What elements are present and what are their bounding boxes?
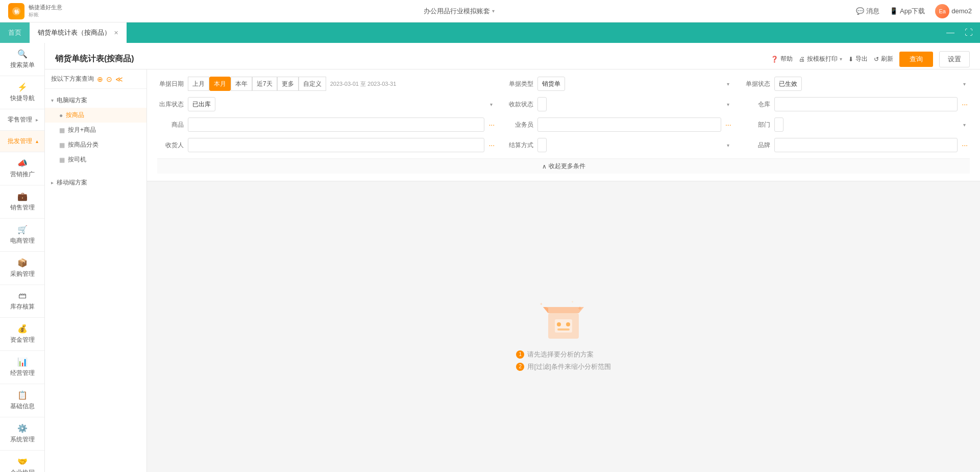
scheme-item-goods-category[interactable]: ▦ 按商品分类 — [45, 137, 146, 152]
sidebar-item-purchase[interactable]: 📦 采购管理 — [0, 252, 44, 285]
svg-text:✦: ✦ — [577, 305, 582, 312]
date-btn-custom[interactable]: 自定义 — [299, 77, 326, 91]
receiver-dots-icon[interactable]: ··· — [486, 141, 497, 149]
dept-select[interactable] — [774, 117, 783, 132]
scheme-add-icon[interactable]: ⊕ — [97, 75, 103, 83]
content-panel: 销货单统计表(按商品) ❓ 帮助 🖨 按模板打印 ▾ ⬇ 导出 ↺ 刷新 — [45, 43, 980, 472]
brand-input[interactable] — [774, 138, 958, 152]
user-nav[interactable]: Ea demo2 — [935, 4, 972, 18]
marketing-icon: 📣 — [17, 158, 28, 168]
filter-salesman: 业务员 ··· — [507, 117, 733, 132]
date-btn-lastmonth[interactable]: 上月 — [188, 77, 209, 91]
date-btn-more[interactable]: 更多 — [277, 77, 299, 91]
scheme-section-desktop: ▾ 电脑端方案 ● 按商品 ▦ 按月+商品 ▦ 按商品分类 — [45, 89, 146, 171]
goods-input[interactable] — [188, 117, 484, 132]
warehouse-label: 仓库 — [744, 100, 774, 109]
filter-doctype: 单据类型 销货单 — [507, 77, 733, 91]
scheme-desktop-header[interactable]: ▾ 电脑端方案 — [45, 93, 146, 108]
print-icon: 🖨 — [799, 56, 805, 63]
payment-select[interactable] — [537, 97, 547, 111]
scheme-section-mobile: ▸ 移动端方案 — [45, 171, 146, 194]
operation-icon: 📊 — [17, 357, 28, 367]
receiver-label: 收货人 — [157, 141, 188, 150]
goods-item-icon: ● — [59, 112, 63, 119]
setting-button[interactable]: 设置 — [939, 51, 970, 67]
scheme-header: 按以下方案查询 ⊕ ⊙ ≪ — [45, 69, 146, 89]
refresh-button[interactable]: ↺ 刷新 — [874, 55, 893, 63]
svg-rect-8 — [557, 328, 570, 331]
date-btn-7days[interactable]: 近7天 — [252, 77, 277, 91]
company-dropdown-icon[interactable]: ▾ — [492, 8, 495, 14]
print-button[interactable]: 🖨 按模板打印 ▾ — [799, 55, 842, 63]
message-icon: 💬 — [856, 7, 864, 15]
sidebar-item-system[interactable]: ⚙️ 系统管理 — [0, 417, 44, 451]
sidebar-item-ecommerce[interactable]: 🛒 电商管理 — [0, 219, 44, 252]
date-group: 上月 本月 本年 近7天 更多 自定义 2023-03-01 至 2023-03… — [188, 77, 497, 91]
header-center[interactable]: 办公用品行业模拟账套 ▾ — [424, 7, 495, 16]
date-range-display: 2023-03-01 至 2023-03-31 — [330, 80, 397, 88]
scheme-item-goods[interactable]: ● 按商品 — [45, 108, 146, 123]
salesman-input[interactable] — [537, 117, 721, 132]
avatar: Ea — [935, 4, 949, 18]
tab-minimize-button[interactable]: — — [943, 26, 958, 40]
scheme-collapse-icon[interactable]: ≪ — [115, 75, 123, 83]
sidebar: 🔍 搜索菜单 ⚡ 快捷导航 零售管理 ▸ 批发管理 ▴ 📣 营销推广 💼 销售管… — [0, 43, 45, 472]
message-nav[interactable]: 💬 消息 — [856, 7, 879, 16]
doctype-select[interactable]: 销货单 — [537, 77, 565, 91]
main-layout: 🔍 搜索菜单 ⚡ 快捷导航 零售管理 ▸ 批发管理 ▴ 📣 营销推广 💼 销售管… — [0, 43, 980, 472]
date-btn-thisyear[interactable]: 本年 — [231, 77, 252, 91]
settlement-select[interactable] — [537, 138, 547, 152]
warehouse-dots-icon[interactable]: ··· — [960, 100, 970, 108]
search-icon: 🔍 — [17, 49, 28, 59]
sidebar-item-enterprise[interactable]: 🤝 企业协同 — [0, 451, 44, 472]
brand-dots-icon[interactable]: ··· — [960, 141, 970, 149]
company-selector[interactable]: 办公用品行业模拟账套 — [424, 7, 490, 16]
filter-content-area: 单据日期 上月 本月 本年 近7天 更多 自定义 2023-03-01 至 20… — [147, 69, 980, 472]
sidebar-item-finance[interactable]: 💰 资金管理 — [0, 318, 44, 351]
help-button[interactable]: ❓ 帮助 — [771, 55, 793, 63]
goods-label: 商品 — [157, 121, 188, 129]
scheme-header-label: 按以下方案查询 — [51, 75, 94, 83]
docstatus-select[interactable]: 已生效 — [774, 77, 802, 91]
tab-maximize-button[interactable]: ⛶ — [962, 26, 976, 40]
export-button[interactable]: ⬇ 导出 — [848, 55, 868, 63]
sidebar-item-marketing[interactable]: 📣 营销推广 — [0, 152, 44, 185]
scheme-edit-icon[interactable]: ⊙ — [106, 75, 112, 83]
sidebar-item-sales[interactable]: 💼 销售管理 — [0, 185, 44, 219]
scheme-item-driver[interactable]: ▦ 按司机 — [45, 152, 146, 167]
brand-label: 品牌 — [744, 141, 774, 150]
tab-home[interactable]: 首页 — [0, 22, 30, 43]
scheme-mobile-header[interactable]: ▸ 移动端方案 — [45, 175, 146, 190]
sidebar-item-search[interactable]: 🔍 搜索菜单 — [0, 43, 44, 76]
date-btn-thismonth[interactable]: 本月 — [209, 77, 231, 91]
empty-tips: 1 请先选择要分析的方案 2 用[过滤]条件来缩小分析范围 — [516, 350, 610, 371]
sidebar-item-retail[interactable]: 零售管理 ▸ — [0, 109, 44, 131]
receiver-input[interactable] — [188, 138, 484, 152]
warehouse-input[interactable] — [774, 97, 958, 111]
filter-payment: 收款状态 — [507, 97, 733, 111]
filter-date: 单据日期 上月 本月 本年 近7天 更多 自定义 2023-03-01 至 20… — [157, 77, 497, 91]
goods-category-icon: ▦ — [59, 141, 65, 149]
app-download-nav[interactable]: 📱 App下载 — [890, 7, 925, 16]
sidebar-item-quicknav[interactable]: ⚡ 快捷导航 — [0, 76, 44, 109]
tab-close-icon[interactable]: ✕ — [114, 30, 118, 36]
filter-brand: 品牌 ··· — [744, 138, 970, 152]
scheme-item-month-goods[interactable]: ▦ 按月+商品 — [45, 123, 146, 137]
salesman-dots-icon[interactable]: ··· — [723, 121, 733, 129]
query-button[interactable]: 查询 — [899, 52, 933, 67]
sidebar-item-inventory[interactable]: 🗃 库存核算 — [0, 285, 44, 318]
outstatus-select[interactable]: 已出库 — [188, 97, 215, 111]
svg-marker-4 — [543, 307, 548, 313]
sidebar-item-wholesale[interactable]: 批发管理 ▴ — [0, 131, 44, 152]
filter-outstatus: 出库状态 已出库 — [157, 97, 497, 111]
print-dropdown-icon: ▾ — [840, 56, 842, 62]
filter-area: 单据日期 上月 本月 本年 近7天 更多 自定义 2023-03-01 至 20… — [147, 69, 980, 181]
goods-dots-icon[interactable]: ··· — [486, 121, 497, 129]
collapse-row: ∧ 收起更多条件 — [157, 158, 970, 174]
sidebar-item-basic[interactable]: 📋 基础信息 — [0, 384, 44, 417]
tip-num-2: 2 — [516, 363, 524, 371]
sidebar-item-operation[interactable]: 📊 经营管理 — [0, 351, 44, 384]
doctype-select-wrapper: 销货单 — [537, 77, 733, 91]
collapse-button[interactable]: ∧ 收起更多条件 — [542, 162, 585, 171]
tab-stat[interactable]: 销货单统计表（按商品） ✕ — [30, 22, 127, 43]
